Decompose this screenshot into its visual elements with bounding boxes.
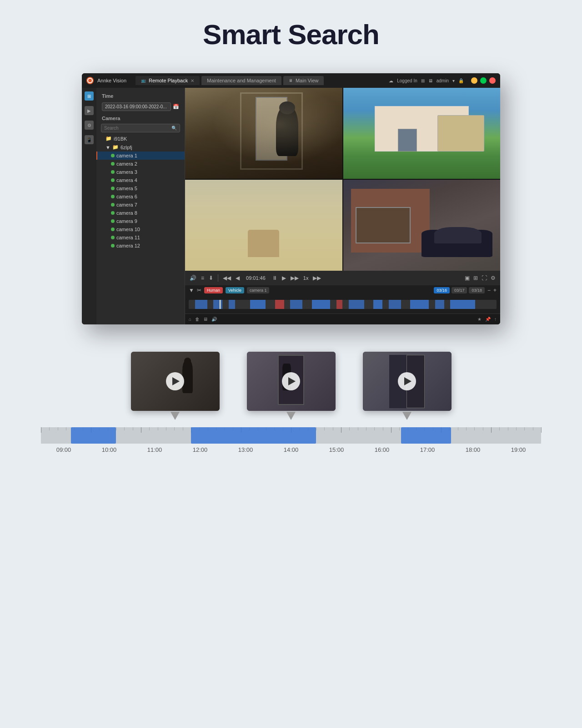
chevron-down-icon: ▼ xyxy=(105,145,110,150)
toolbar-playback-icon[interactable]: ▶ xyxy=(85,106,94,115)
camera-item-8[interactable]: camera 8 xyxy=(96,209,185,217)
device-6zlpfj[interactable]: ▼ 📁 6zlpfj xyxy=(96,143,185,152)
play-button-3[interactable] xyxy=(398,372,416,390)
settings-icon[interactable]: ≡ xyxy=(201,275,204,281)
timeline-segment-3 xyxy=(401,427,451,444)
device1-label: i91BK xyxy=(114,136,127,142)
camera7-label: camera 7 xyxy=(116,202,137,207)
tab-main-view[interactable]: 🖥 Main View xyxy=(283,76,324,85)
pause-icon[interactable]: ⏸ xyxy=(272,275,277,281)
home-icon[interactable]: ⌂ xyxy=(189,317,191,322)
tab-close-icon[interactable]: ✕ xyxy=(191,78,194,83)
fullscreen-icon[interactable]: ⛶ xyxy=(482,275,487,281)
camera-item-10[interactable]: camera 10 xyxy=(96,225,185,233)
play-button-1[interactable] xyxy=(166,372,184,390)
date-tab-0318[interactable]: 03/18 xyxy=(469,287,485,293)
camera-item-4[interactable]: camera 4 xyxy=(96,176,185,184)
layout1-icon[interactable]: ▣ xyxy=(465,275,470,281)
camera-status-dot xyxy=(111,219,115,223)
close-button[interactable] xyxy=(489,77,496,84)
user-label[interactable]: admin xyxy=(436,78,449,83)
time-label-1400: 14:00 xyxy=(268,446,314,453)
video-cell-topright[interactable] xyxy=(343,88,501,179)
camera-item-3[interactable]: camera 3 xyxy=(96,168,185,176)
camera-status-dot xyxy=(111,203,115,207)
thumbnail-3[interactable] xyxy=(363,352,452,411)
camera-item-5[interactable]: camera 5 xyxy=(96,184,185,192)
divider xyxy=(218,274,218,282)
thumbnail-1[interactable] xyxy=(131,352,220,411)
filter-vehicle[interactable]: Vehicle xyxy=(226,287,244,293)
date-tab-0316[interactable]: 03/16 xyxy=(434,287,450,293)
play-button-2[interactable] xyxy=(282,372,300,390)
frame-back-icon[interactable]: ◀ xyxy=(236,275,240,281)
filter-icon[interactable]: ▼ xyxy=(189,287,194,293)
camera-item-12[interactable]: camera 12 xyxy=(96,242,185,250)
video-cell-bottomleft[interactable] xyxy=(185,180,342,271)
expand-icon[interactable]: ↑ xyxy=(494,317,497,322)
play-triangle-3 xyxy=(404,377,411,385)
camera-search: 🔍 xyxy=(101,124,180,132)
download-icon[interactable]: ⬇ xyxy=(209,275,213,281)
delete-icon[interactable]: 🗑 xyxy=(195,317,200,322)
toolbar-grid-icon[interactable]: ⊞ xyxy=(85,91,94,101)
camera-item-9[interactable]: camera 9 xyxy=(96,217,185,225)
video-cell-topleft[interactable] xyxy=(185,88,342,179)
device-i91bk[interactable]: 📁 i91BK xyxy=(96,134,185,143)
volume-status-icon[interactable]: 🔊 xyxy=(211,317,217,322)
time-label-1900: 19:00 xyxy=(496,446,541,453)
app-name: Annke Vision xyxy=(97,78,126,83)
video-cell-bottomright[interactable] xyxy=(343,180,501,271)
camera-search-input[interactable] xyxy=(104,126,170,131)
tab-remote-playback-label: Remote Playback xyxy=(149,78,188,83)
toolbar-settings-icon[interactable]: ⚙ xyxy=(85,121,94,130)
filter-human[interactable]: Human xyxy=(204,287,223,293)
frame-fwd-icon[interactable]: ▶ xyxy=(282,275,286,281)
layout2-icon[interactable]: ⊞ xyxy=(473,275,478,281)
star-icon[interactable]: ★ xyxy=(477,317,482,322)
camera10-label: camera 10 xyxy=(116,227,140,232)
volume-icon[interactable]: 🔊 xyxy=(190,275,196,281)
camera-item-6[interactable]: camera 6 xyxy=(96,192,185,201)
scissors-icon[interactable]: ✂ xyxy=(197,287,201,293)
main-timeline-track[interactable] xyxy=(41,427,541,444)
camera-status-dot xyxy=(111,187,115,190)
status-bar: ⌂ 🗑 🖥 🔊 ★ 📌 ↑ xyxy=(185,313,500,324)
minimize-button[interactable] xyxy=(471,77,477,84)
camera-item-7[interactable]: camera 7 xyxy=(96,201,185,209)
dropdown-icon[interactable]: ▾ xyxy=(452,78,455,83)
step-back-icon[interactable]: ◀◀ xyxy=(223,275,231,281)
pin-icon[interactable]: 📌 xyxy=(485,317,491,322)
tab-maintenance[interactable]: Maintenance and Management xyxy=(201,76,281,85)
fast-fwd-icon[interactable]: ▶▶ xyxy=(291,275,299,281)
filter-camera[interactable]: camera 1 xyxy=(247,287,270,293)
date-tab-0317[interactable]: 03/17 xyxy=(452,287,467,293)
date-input[interactable]: 2022-03-16 09:00:00-2022-0... xyxy=(102,102,171,111)
plus-icon[interactable]: + xyxy=(493,287,497,293)
tab-remote-playback[interactable]: 📺 Remote Playback ✕ xyxy=(135,76,200,85)
thumbnail-2[interactable] xyxy=(247,352,336,411)
timeline-labels-row: 09:00 10:00 11:00 12:00 13:00 14:00 15:0… xyxy=(41,446,541,453)
camera-item-1[interactable]: camera 1 xyxy=(96,152,185,160)
calendar-icon[interactable]: 📅 xyxy=(173,104,179,110)
toolbar-phone-icon[interactable]: 📱 xyxy=(85,135,94,144)
monitor-icon[interactable]: 🖥 xyxy=(203,317,208,322)
lock-icon[interactable]: 🔒 xyxy=(458,78,464,83)
page-title: Smart Search xyxy=(203,18,379,51)
window-controls xyxy=(471,77,496,84)
speed-more-icon[interactable]: ▶▶ xyxy=(313,275,321,281)
maximize-button[interactable] xyxy=(480,77,487,84)
in-app-timeline xyxy=(185,295,500,313)
search-icon: 🔍 xyxy=(171,126,177,131)
play-triangle-1 xyxy=(172,377,180,385)
time-label-1100: 11:00 xyxy=(132,446,177,453)
camera-item-2[interactable]: camera 2 xyxy=(96,160,185,168)
timeline-track[interactable] xyxy=(189,300,497,309)
minus-icon[interactable]: − xyxy=(487,287,491,293)
camera-item-11[interactable]: camera 11 xyxy=(96,233,185,242)
logged-in-text: Logged In xyxy=(397,78,417,83)
more-icon[interactable]: ⚙ xyxy=(491,275,496,281)
left-toolbar: ⊞ ▶ ⚙ 📱 xyxy=(82,88,96,324)
camera1-label: camera 1 xyxy=(116,153,137,158)
time-label-1800: 18:00 xyxy=(450,446,496,453)
